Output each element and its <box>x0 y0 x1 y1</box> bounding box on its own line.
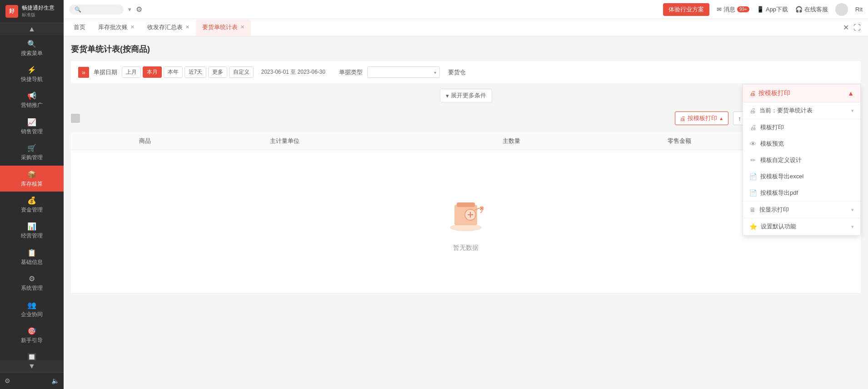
sidebar-label-5: 库存核算 <box>21 181 43 187</box>
col-header-2: 主计量单位 <box>264 132 497 150</box>
table-settings-icon[interactable] <box>71 114 80 123</box>
set-default-arrow: ▾ <box>851 224 854 230</box>
sidebar-label-1: 快捷导航 <box>21 76 43 82</box>
empty-text: 暂无数据 <box>453 244 479 252</box>
avatar[interactable] <box>835 3 848 16</box>
maximize-icon[interactable]: ⛶ <box>853 24 861 32</box>
print-item-label: 模板打印 <box>760 123 784 131</box>
dropdown-item-preview[interactable]: 👁 模板预览 <box>743 136 860 152</box>
date-btn-this-year[interactable]: 本年 <box>164 66 183 78</box>
display-print-icon: 🖥 <box>749 206 756 213</box>
settings-icon[interactable]: ⚙ <box>5 377 10 384</box>
excel-item-label: 按模板导出excel <box>760 172 803 181</box>
dropdown-arrow[interactable]: ▾ <box>128 6 131 13</box>
top-bar-right: 体验行业方案 ✉ 消息 99+ 📱 App下载 🎧 在线客服 Rit <box>663 3 863 16</box>
sidebar-item-采购管理[interactable]: 🛒采购管理 <box>0 139 64 165</box>
expand-label: 展开更多条件 <box>451 91 486 100</box>
expand-more-btn[interactable]: ▾ 展开更多条件 <box>440 89 492 102</box>
sidebar-item-经营管理[interactable]: 📊经营管理 <box>0 217 64 243</box>
sidebar-icon-2: 📢 <box>27 91 36 100</box>
empty-icon <box>443 191 489 237</box>
bill-type-select[interactable] <box>367 66 440 78</box>
set-default-label: 设置默认功能 <box>761 222 796 231</box>
tab-label-2: 收发存汇总表 <box>147 23 183 31</box>
dropdown-current-item[interactable]: 🖨 当前：要货单统计表 ▾ <box>743 102 860 119</box>
sidebar-item-基础信息[interactable]: 📋基础信息 <box>0 244 64 270</box>
dropdown-item-export-excel[interactable]: 📄 按模板导出excel <box>743 168 860 185</box>
date-btn-custom[interactable]: 自定义 <box>229 66 254 78</box>
page-content: 要货单统计表(按商品) » 单据日期 上月 本月 本年 近7天 更多 自定义 2… <box>64 36 868 389</box>
dropdown-title-label: 按模板打印 <box>758 89 790 97</box>
expand-icon: ▾ <box>446 92 449 99</box>
tab-首页[interactable]: 首页 <box>67 20 92 36</box>
sidebar-item-库存核算[interactable]: 📦库存核算 <box>0 166 64 192</box>
date-btn-this-month[interactable]: 本月 <box>143 66 162 78</box>
sidebar-scroll-up[interactable]: ▲ <box>0 23 64 35</box>
sidebar-item-快捷导航[interactable]: ⚡快捷导航 <box>0 61 64 87</box>
dropdown-current-section: 🖨 当前：要货单统计表 ▾ <box>743 102 860 119</box>
date-btn-7days[interactable]: 近7天 <box>185 66 207 78</box>
dropdown-collapse-btn[interactable]: ▲ <box>848 90 854 97</box>
search-box[interactable]: 🔍 <box>69 5 124 15</box>
sidebar-item-销售管理[interactable]: 📈销售管理 <box>0 113 64 139</box>
messages-badge: 99+ <box>737 6 749 12</box>
app-download-label: App下载 <box>766 5 788 14</box>
tab-要货单统计表[interactable]: 要货单统计表✕ <box>196 20 251 36</box>
print-arrow-icon: ▲ <box>719 116 723 121</box>
bill-type-label: 单据类型 <box>339 68 363 76</box>
tab-close-2[interactable]: ✕ <box>185 24 190 30</box>
messages-btn[interactable]: ✉ 消息 99+ <box>717 5 749 14</box>
date-btn-more[interactable]: 更多 <box>208 66 227 78</box>
tab-label-1: 库存批次账 <box>98 23 128 31</box>
bill-type-select-wrapper <box>367 66 440 78</box>
display-print-label: 按显示打印 <box>759 206 789 214</box>
pdf-item-label: 按模板导出pdf <box>760 189 798 197</box>
sidebar-icon-0: 🔍 <box>27 40 36 48</box>
sidebar-item-搜索菜单[interactable]: 🔍搜索菜单 <box>0 35 64 61</box>
sidebar-item-系统管理[interactable]: ⚙系统管理 <box>0 270 64 296</box>
dropdown-item-design[interactable]: ✏ 模板自定义设计 <box>743 152 860 168</box>
dropdown-display-section: 🖥 按显示打印 ▾ <box>743 202 860 218</box>
sidebar-item-营销推广[interactable]: 📢营销推广 <box>0 87 64 113</box>
tab-bar-right: ✕ ⛶ <box>843 23 864 32</box>
current-icon: 🖨 <box>749 107 756 114</box>
print-item-icon: 🖨 <box>749 124 757 131</box>
current-arrow-icon: ▾ <box>851 108 854 114</box>
printer-header-icon: 🖨 <box>749 90 756 97</box>
sidebar-icon-8: 📋 <box>27 248 36 257</box>
printer-icon: 🖨 <box>680 115 686 122</box>
tab-收发存汇总表[interactable]: 收发存汇总表✕ <box>141 20 196 36</box>
app-logo: 好 畅捷通好生意 标准版 <box>0 0 64 23</box>
sidebar-bottom: ⚙ 🔈 <box>0 372 64 389</box>
sidebar-item-企业协同[interactable]: 👥企业协同 <box>0 296 64 322</box>
sidebar-icon-6: 💰 <box>27 196 36 205</box>
sidebar-item-新手引导[interactable]: 🎯新手引导 <box>0 322 64 348</box>
print-template-btn[interactable]: 🖨 按模板打印 ▲ <box>675 111 728 125</box>
sidebar-item-资金管理[interactable]: 💰资金管理 <box>0 192 64 217</box>
sound-icon[interactable]: 🔈 <box>51 377 59 384</box>
logo-icon: 好 <box>5 5 18 18</box>
sidebar-nav: 🔍搜索菜单⚡快捷导航📢营销推广📈销售管理🛒采购管理📦库存核算💰资金管理📊经营管理… <box>0 35 64 360</box>
tab-label-0: 首页 <box>74 23 85 31</box>
sidebar-label-0: 搜索菜单 <box>21 50 43 56</box>
tab-close-3[interactable]: ✕ <box>240 24 244 30</box>
dropdown-set-default[interactable]: ⭐ 设置默认功能 ▾ <box>743 218 860 235</box>
date-btn-last-month[interactable]: 上月 <box>122 66 141 78</box>
sidebar-icon-7: 📊 <box>27 222 36 231</box>
dropdown-item-export-pdf[interactable]: 📄 按模板导出pdf <box>743 185 860 201</box>
sidebar-item-应用中心[interactable]: 🔲应用中心 <box>0 348 64 360</box>
settings-gear-icon[interactable]: ⚙ <box>136 5 142 14</box>
sidebar-scroll-down[interactable]: ▼ <box>0 360 64 372</box>
online-service-btn[interactable]: 🎧 在线客服 <box>795 5 828 14</box>
dropdown-display-print[interactable]: 🖥 按显示打印 ▾ <box>743 202 860 218</box>
tab-close-1[interactable]: ✕ <box>130 24 135 30</box>
sidebar-label-6: 资金管理 <box>21 207 43 213</box>
close-tab-icon[interactable]: ✕ <box>843 23 849 32</box>
tab-库存批次账[interactable]: 库存批次账✕ <box>92 20 141 36</box>
filter-expand-icon[interactable]: » <box>78 67 89 78</box>
app-download-btn[interactable]: 📱 App下载 <box>757 5 788 14</box>
dropdown-item-print[interactable]: 🖨 模板打印 <box>743 119 860 136</box>
sidebar-label-11: 新手引导 <box>21 337 43 344</box>
set-default-icon: ⭐ <box>749 223 757 230</box>
experience-btn[interactable]: 体验行业方案 <box>663 3 709 16</box>
